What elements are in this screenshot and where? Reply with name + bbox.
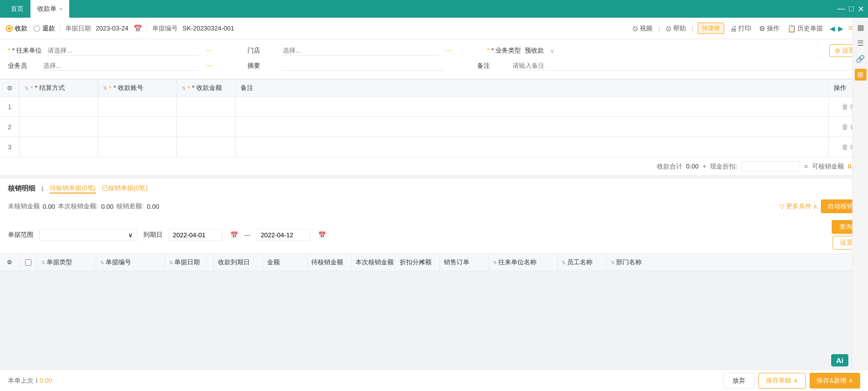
bth-sort-company[interactable]: ⇅ [493, 260, 497, 265]
calendar-end-icon[interactable]: 📅 [318, 231, 326, 239]
salesperson-label: 业务员 [8, 61, 37, 70]
save-new-label: 保存&新增 [816, 376, 846, 385]
sidebar-table-icon[interactable]: ▦ [855, 22, 867, 33]
tab-active[interactable]: 收款单 × [30, 0, 69, 18]
bill-label: 单据编号 [152, 24, 178, 33]
business-type-section: * 业务类型 预收款 ∨ ⚙ 设置 [487, 44, 860, 57]
salesperson-input[interactable] [41, 61, 200, 71]
window-minimize-icon[interactable]: — [837, 4, 845, 13]
sidebar-list-icon[interactable]: ☰ [855, 37, 867, 49]
select-all-checkbox[interactable] [25, 259, 31, 266]
video-btn[interactable]: ⊙ 视频 [630, 23, 654, 34]
save-new-chevron[interactable]: ∧ [848, 377, 853, 384]
print-icon: 🖨 [730, 25, 737, 32]
store-input[interactable] [281, 46, 439, 56]
operation-btn[interactable]: ⚙ 操作 [757, 23, 782, 34]
th-sort-account[interactable]: ⇅ [103, 85, 107, 91]
bth-dept: ⇅ 部门名称 [607, 254, 868, 271]
tab-close-icon[interactable]: × [59, 6, 62, 12]
row-3-amount[interactable] [177, 137, 236, 157]
table-settings-icon[interactable]: ⚙ [0, 80, 20, 96]
operation-label: 操作 [767, 24, 780, 33]
row-1-amount[interactable] [177, 97, 236, 116]
remark-input[interactable] [511, 61, 860, 71]
from-unit-more-btn[interactable]: ··· [204, 46, 214, 55]
th-amount: ⇅ * * 收款金额 [177, 80, 236, 96]
table-row: 1 🗑 ⧉ [0, 97, 868, 117]
th-sort-amount[interactable]: ⇅ [182, 85, 186, 91]
th-sort-settle[interactable]: ⇅ [25, 85, 28, 91]
summary-input[interactable] [281, 61, 444, 71]
row-1-settle[interactable] [20, 97, 98, 116]
table-row: 3 🗑 ⧉ [0, 137, 868, 157]
shortcut-btn[interactable]: 快捷键 [698, 23, 724, 34]
bth-bill-date: ⇅ 单据日期 [165, 254, 214, 271]
cash-discount-input[interactable] [741, 161, 800, 171]
row-1-delete-icon[interactable]: 🗑 [841, 103, 848, 111]
tab-home[interactable]: 首页 [4, 0, 30, 18]
bth-this-amount: 本次核销金额 [352, 254, 396, 271]
row-3-remark[interactable] [236, 137, 829, 157]
row-1-remark[interactable] [236, 97, 829, 116]
row-3-account[interactable] [98, 137, 177, 157]
help-btn[interactable]: ⊙ 帮助 [664, 23, 688, 34]
abandon-btn[interactable]: 放弃 [723, 373, 755, 389]
sidebar-expand-icon[interactable]: ⊞ [855, 69, 867, 81]
save-new-btn[interactable]: 保存&新增 ∧ [810, 373, 860, 389]
salesperson-section: 业务员 ··· [8, 61, 214, 71]
receipt-radio[interactable]: 收款 [6, 24, 27, 33]
receipt-radio-dot [6, 25, 13, 32]
business-type-caret[interactable]: ∨ [550, 47, 555, 55]
next-arrow[interactable]: ▶ [837, 25, 844, 32]
pending-verify-tab[interactable]: 待核销单据(0笔) [50, 184, 96, 194]
row-2-amount[interactable] [177, 117, 236, 137]
row-1-account[interactable] [98, 97, 177, 116]
ai-badge[interactable]: Ai [831, 354, 848, 366]
bottom-table-header: ⚙ ⇅ 单据类型 ⇅ 单据编号 ⇅ 单据日期 收款到期日 金额 待核销金额 本次… [0, 253, 868, 271]
bth-sort-bill-date[interactable]: ⇅ [169, 260, 173, 265]
bill-last-stat: 本单上次 ℹ 0.00 [8, 376, 52, 385]
more-conditions-btn[interactable]: ▽ 更多条件 ∧ [780, 202, 818, 211]
row-2-remark[interactable] [236, 117, 829, 137]
store-more-btn[interactable]: ··· [443, 46, 454, 55]
help-label: 帮助 [673, 24, 686, 33]
form-row-2: 业务员 ··· 摘要 备注 [8, 61, 860, 75]
print-btn[interactable]: 🖨 打印 [728, 23, 753, 34]
history-btn[interactable]: 📋 历史单据 [786, 23, 825, 34]
range-select[interactable]: ∨ [39, 229, 137, 241]
date-label: 单据日期 [65, 24, 91, 33]
calendar-icon[interactable]: 📅 [134, 25, 142, 32]
row-2-account[interactable] [98, 117, 177, 137]
salesperson-more-btn[interactable]: ··· [204, 61, 214, 70]
bth-checkbox[interactable] [20, 254, 37, 271]
completed-verify-tab[interactable]: 已核销单据(0笔) [102, 184, 148, 194]
bill-last-info-icon[interactable]: ℹ [35, 377, 38, 384]
bth-sort-bill-no[interactable]: ⇅ [100, 260, 104, 265]
row-2-delete-icon[interactable]: 🗑 [841, 123, 848, 131]
bill-last-value: 0.00 [40, 377, 52, 384]
bth-discount: 折扣分摊额 [396, 254, 440, 271]
bth-sort-type[interactable]: ⇅ [41, 260, 45, 265]
from-unit-input[interactable] [46, 46, 199, 56]
due-date-end-input[interactable] [256, 229, 310, 241]
refund-radio[interactable]: 退款 [33, 24, 55, 33]
window-close-icon[interactable]: ✕ [858, 4, 864, 14]
diff-value: 0.00 [147, 203, 159, 210]
calendar-start-icon[interactable]: 📅 [230, 231, 238, 239]
sidebar-attach-icon[interactable]: 🔗 [855, 53, 867, 65]
window-maximize-icon[interactable]: □ [849, 4, 854, 13]
due-date-start-input[interactable] [168, 229, 222, 241]
row-3-settle[interactable] [20, 137, 98, 157]
bth-sort-staff[interactable]: ⇅ [562, 260, 566, 265]
prev-arrow[interactable]: ◀ [829, 25, 836, 32]
cash-discount-label: 现金折扣: [710, 162, 737, 171]
bth-gear[interactable]: ⚙ [0, 254, 20, 271]
save-draft-btn[interactable]: 保存草稿 ∧ [759, 373, 806, 389]
row-2-settle[interactable] [20, 117, 98, 137]
save-draft-chevron[interactable]: ∧ [793, 377, 798, 384]
collect-total-value: 0.00 [686, 163, 699, 170]
form-row-1: * 往来单位 ··· 门店 ··· * 业务类型 预收款 ∨ ⚙ 设置 [8, 44, 860, 57]
row-3-delete-icon[interactable]: 🗑 [841, 143, 848, 151]
bth-sort-dept[interactable]: ⇅ [611, 260, 615, 265]
verify-info-icon[interactable]: ℹ [41, 185, 44, 193]
